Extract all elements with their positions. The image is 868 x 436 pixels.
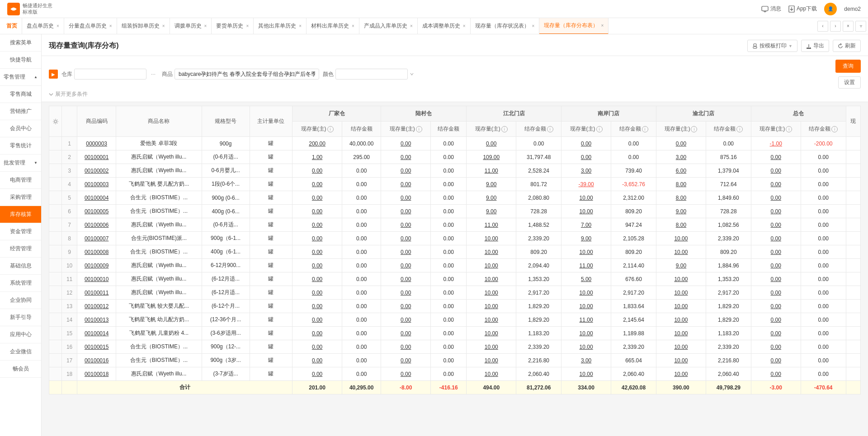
row-total-qty[interactable]: 0.00	[751, 178, 801, 191]
row-yb-qty[interactable]: 10.00	[656, 327, 706, 340]
row-fc-qty[interactable]: 0.00	[292, 218, 342, 232]
row-code[interactable]: 00100009	[77, 259, 116, 272]
row-jb-qty[interactable]: 10.00	[467, 286, 516, 300]
sidebar-item-guide[interactable]: 新手引导	[0, 309, 41, 326]
row-fc-qty[interactable]: 0.00	[292, 272, 342, 286]
row-na-qty[interactable]: 11.00	[561, 313, 611, 327]
row-code[interactable]: 00100005	[77, 205, 116, 218]
row-fc-qty[interactable]: 0.00	[292, 286, 342, 300]
row-lc-qty[interactable]: 0.00	[381, 300, 431, 313]
row-yb-qty[interactable]: 3.00	[656, 150, 706, 164]
row-code[interactable]: 00100015	[77, 340, 116, 354]
sidebar-item-inventory[interactable]: 库存核算	[0, 206, 41, 223]
row-lc-qty[interactable]: 0.00	[381, 340, 431, 354]
tab-close-material-out[interactable]: ×	[352, 23, 354, 28]
row-yb-qty[interactable]: 10.00	[656, 286, 706, 300]
row-jb-qty[interactable]: 10.00	[467, 327, 516, 340]
row-yb-qty[interactable]: 6.00	[656, 164, 706, 178]
row-lc-qty[interactable]: 0.00	[381, 245, 431, 259]
row-na-qty[interactable]: 10.00	[561, 327, 611, 340]
row-yb-qty[interactable]: 8.00	[656, 178, 706, 191]
row-yb-qty[interactable]: 8.00	[656, 218, 706, 232]
row-jb-qty[interactable]: 9.00	[467, 178, 516, 191]
row-lc-qty[interactable]: 0.00	[381, 367, 431, 381]
row-lc-qty[interactable]: 0.00	[381, 164, 431, 178]
row-lc-qty[interactable]: 0.00	[381, 205, 431, 218]
row-na-qty[interactable]: 11.00	[561, 259, 611, 272]
row-total-qty[interactable]: 0.00	[751, 232, 801, 245]
yb-qty-info-icon[interactable]: i	[691, 126, 697, 132]
row-jb-qty[interactable]: 9.00	[467, 191, 516, 205]
row-na-qty[interactable]: 10.00	[561, 191, 611, 205]
tab-stock-status[interactable]: 现存量（库存状况表） ×	[471, 18, 540, 34]
row-total-qty[interactable]: 0.00	[751, 191, 801, 205]
row-fc-qty[interactable]: 0.00	[292, 340, 342, 354]
row-lc-qty[interactable]: 0.00	[381, 272, 431, 286]
row-fc-qty[interactable]: 0.00	[292, 313, 342, 327]
fc-qty-info-icon[interactable]: i	[327, 126, 334, 132]
row-na-qty[interactable]: 9.00	[561, 232, 611, 245]
jb-qty-info-icon[interactable]: i	[501, 126, 508, 132]
row-lc-qty[interactable]: 0.00	[381, 150, 431, 164]
row-yb-qty[interactable]: 10.00	[656, 313, 706, 327]
row-total-qty[interactable]: 0.00	[751, 340, 801, 354]
sidebar-item-basic[interactable]: 基础信息	[0, 258, 41, 275]
row-jb-qty[interactable]: 0.00	[467, 137, 516, 150]
row-fc-qty[interactable]: 0.00	[292, 178, 342, 191]
query-btn[interactable]: 查询	[835, 60, 861, 73]
row-code[interactable]: 00100011	[77, 286, 116, 300]
tab-close-other-out[interactable]: ×	[299, 23, 302, 28]
product-input[interactable]	[175, 69, 319, 80]
filter-expand-arrow[interactable]: ▶	[49, 70, 58, 79]
sidebar-item-vip[interactable]: 畅会员	[0, 361, 41, 378]
row-na-qty[interactable]: 7.00	[561, 218, 611, 232]
tab-transfer[interactable]: 调拨单历史 ×	[170, 18, 212, 34]
tab-sub-stocktake[interactable]: 分量盘点单历史 ×	[64, 18, 117, 34]
row-na-qty[interactable]: 3.00	[561, 354, 611, 367]
user-avatar[interactable]: 👤	[824, 3, 837, 15]
row-lc-qty[interactable]: 0.00	[381, 232, 431, 245]
sidebar-item-retail-mgmt[interactable]: 零售管理▲	[0, 69, 41, 86]
refresh-btn[interactable]: 刷新	[833, 40, 861, 52]
row-yb-qty[interactable]: 9.00	[656, 205, 706, 218]
warehouse-input[interactable]	[74, 69, 146, 80]
row-jb-qty[interactable]: 11.00	[467, 164, 516, 178]
sidebar-item-search[interactable]: 搜索英单	[0, 34, 41, 52]
row-fc-qty[interactable]: 0.00	[292, 327, 342, 340]
row-na-qty[interactable]: 3.00	[561, 164, 611, 178]
sidebar-item-ecommerce[interactable]: 电商管理	[0, 172, 41, 189]
row-na-qty[interactable]: -39.00	[561, 178, 611, 191]
app-download-btn[interactable]: App下载	[788, 5, 817, 13]
row-yb-qty[interactable]: 0.00	[656, 137, 706, 150]
na-qty-info-icon[interactable]: i	[596, 126, 603, 132]
yb-amt-info-icon[interactable]: i	[736, 126, 743, 132]
row-total-qty[interactable]: 0.00	[751, 218, 801, 232]
row-na-qty[interactable]: 0.00	[561, 150, 611, 164]
row-yb-qty[interactable]: 10.00	[656, 367, 706, 381]
row-yb-qty[interactable]: 10.00	[656, 354, 706, 367]
sidebar-item-retail-shop[interactable]: 零售商城	[0, 86, 41, 103]
row-code[interactable]: 00100003	[77, 178, 116, 191]
na-amt-info-icon[interactable]: i	[642, 126, 648, 132]
row-fc-qty[interactable]: 0.00	[292, 191, 342, 205]
expand-conditions[interactable]: 展开更多条件	[49, 90, 861, 98]
row-total-qty[interactable]: 0.00	[751, 150, 801, 164]
row-yb-qty[interactable]: 10.00	[656, 245, 706, 259]
lc-qty-info-icon[interactable]: i	[416, 126, 422, 132]
tab-other-out[interactable]: 其他出库单历史 ×	[254, 18, 307, 34]
row-jb-qty[interactable]: 11.00	[467, 218, 516, 232]
row-jb-qty[interactable]: 109.00	[467, 150, 516, 164]
row-yb-qty[interactable]: 10.00	[656, 340, 706, 354]
sidebar-item-purchase[interactable]: 采购管理	[0, 189, 41, 206]
row-total-qty[interactable]: -1.00	[751, 137, 801, 150]
row-yb-qty[interactable]: 10.00	[656, 300, 706, 313]
row-total-qty[interactable]: 0.00	[751, 272, 801, 286]
tab-close-stock-dist[interactable]: ×	[601, 23, 604, 28]
row-code[interactable]: 00100008	[77, 245, 116, 259]
row-fc-qty[interactable]: 0.00	[292, 164, 342, 178]
row-jb-qty[interactable]: 10.00	[467, 272, 516, 286]
row-total-qty[interactable]: 0.00	[751, 354, 801, 367]
sidebar-item-apps[interactable]: 应用中心	[0, 326, 41, 343]
row-jb-qty[interactable]: 10.00	[467, 354, 516, 367]
jb-amt-info-icon[interactable]: i	[547, 126, 553, 132]
